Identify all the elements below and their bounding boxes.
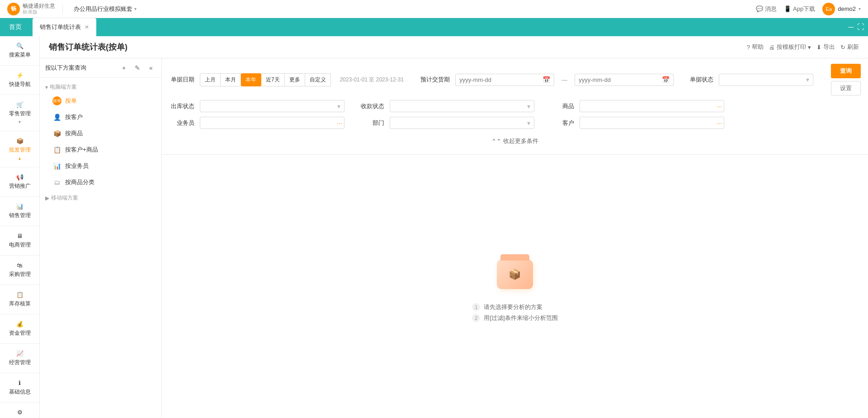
page-header: 销售订单统计表(按单) ? 帮助 🖨 按模板打印 ▾ ⬇ 导出 ↻ 刷新: [40, 36, 868, 58]
sidebar-item-inventory[interactable]: 📋 库存核算: [0, 285, 39, 314]
category-icon: 🗂: [52, 178, 61, 187]
chevron-down-icon[interactable]: ▾: [334, 103, 344, 110]
data-area: 📦 1 请先选择要分析的方案 2 用[过滤]条件来缩小分析范围: [162, 155, 868, 418]
customer-more-btn[interactable]: ···: [715, 119, 724, 127]
date-btn-more[interactable]: 更多: [285, 73, 305, 86]
scheme-icon: 按单: [52, 96, 61, 105]
inventory-icon: 📋: [16, 291, 24, 298]
calendar-icon[interactable]: 📅: [539, 76, 554, 83]
logo-icon: 畅: [7, 3, 20, 15]
staff-input[interactable]: [200, 117, 335, 128]
sidebar: 🔍 搜索菜单 ⚡ 快捷导航 🛒 零售管理 ▾ 📦 批发管理 ▴ 📢 营销推广 📊…: [0, 36, 40, 418]
tab-sales-order-stats[interactable]: 销售订单统计表 ✕: [33, 18, 96, 36]
sidebar-item-wholesale[interactable]: 📦 批发管理 ▴: [0, 131, 39, 167]
settings-button[interactable]: 设置: [831, 81, 861, 95]
sidebar-item-sales[interactable]: 📊 销售管理: [0, 197, 39, 226]
export-icon: ⬇: [816, 44, 821, 51]
app-download-button[interactable]: 📱 App下载: [784, 5, 815, 13]
sidebar-item-marketing[interactable]: 📢 营销推广: [0, 167, 39, 197]
collapse-icon: «: [149, 64, 153, 71]
sidebar-item-base-info[interactable]: ℹ 基础信息: [0, 373, 39, 403]
chevron-down-icon[interactable]: ▾: [802, 76, 813, 83]
top-bar-right: 💬 消息 📱 App下载 Ea demo2 ▾: [756, 3, 861, 15]
date-btn-last-7days[interactable]: 近7天: [261, 73, 285, 86]
department-label: 部门: [359, 119, 384, 127]
customer-input[interactable]: [580, 117, 715, 128]
plus-icon: +: [122, 64, 126, 71]
sidebar-item-operations[interactable]: 📈 经营管理: [0, 344, 39, 373]
scheme-by-staff[interactable]: 📊 按业务员: [47, 158, 161, 174]
date-btn-this-year[interactable]: 本年: [241, 73, 261, 86]
payment-status-label: 收款状态: [359, 102, 384, 110]
date-btn-custom[interactable]: 自定义: [305, 73, 331, 86]
goods-input[interactable]: [580, 100, 715, 112]
scheme-by-order[interactable]: 按单 按单: [47, 93, 161, 109]
expected-date-label: 预计交货期: [418, 76, 450, 84]
status-select-wrap: ▾: [719, 74, 813, 86]
scheme-by-category[interactable]: 🗂 按商品分类: [47, 174, 161, 190]
scheme-by-goods[interactable]: 📦 按商品: [47, 125, 161, 142]
add-scheme-button[interactable]: +: [119, 63, 129, 73]
help-button[interactable]: ? 帮助: [747, 43, 764, 51]
sidebar-item-search[interactable]: 🔍 搜索菜单: [0, 36, 39, 66]
ecommerce-icon: 🖥: [17, 233, 23, 239]
filter-row-2: 出库状态 ▾ 收款状态 ▾ 商品 ···: [169, 100, 861, 112]
system-icon: ⚙: [17, 409, 23, 416]
logo-text: 畅捷通好生意 标准版: [23, 3, 55, 15]
collapse-filter-button[interactable]: ⌃⌃ 收起更多条件: [488, 133, 542, 149]
date-btn-this-month[interactable]: 本月: [221, 73, 241, 86]
sidebar-item-retail[interactable]: 🛒 零售管理 ▾: [0, 95, 39, 131]
department-input[interactable]: [390, 117, 524, 128]
company-selector[interactable]: 办公用品行业模拟账套 ▾: [70, 3, 140, 15]
tree-children-pc: 按单 按单 👤 按客户 📦 按商品 📋 按: [40, 93, 161, 190]
window-minimize-button[interactable]: ─: [849, 23, 854, 31]
left-panel-header: 按以下方案查询 + ✎ «: [40, 58, 161, 78]
tab-close-icon[interactable]: ✕: [85, 24, 89, 30]
query-btn-group: 查询 设置: [831, 64, 861, 95]
delivery-status-wrap: ▾: [200, 100, 344, 112]
scheme-by-customer-goods[interactable]: 📋 按客户+商品: [47, 142, 161, 158]
sidebar-item-purchase[interactable]: 🛍 采购管理: [0, 256, 39, 285]
refresh-button[interactable]: ↻ 刷新: [840, 43, 859, 51]
collapse-row: ⌃⌃ 收起更多条件: [169, 133, 861, 149]
edit-icon: ✎: [135, 64, 140, 71]
quick-nav-icon: ⚡: [16, 72, 24, 79]
sidebar-item-ecommerce[interactable]: 🖥 电商管理: [0, 226, 39, 256]
chevron-down-icon[interactable]: ▾: [524, 103, 534, 110]
empty-state: 📦 1 请先选择要分析的方案 2 用[过滤]条件来缩小分析范围: [472, 251, 557, 322]
status-select[interactable]: [719, 74, 802, 86]
tab-home[interactable]: 首页: [0, 18, 31, 36]
window-maximize-button[interactable]: ⛶: [857, 23, 864, 31]
export-button[interactable]: ⬇ 导出: [816, 43, 835, 51]
goods-icon: 📦: [52, 129, 61, 138]
delivery-status-label: 出库状态: [169, 102, 194, 110]
expected-date-start-wrap: 📅: [455, 74, 554, 86]
message-icon: 💬: [756, 5, 763, 12]
payment-status-select[interactable]: [390, 100, 524, 112]
delivery-status-select[interactable]: [200, 100, 334, 112]
content-area: 按以下方案查询 + ✎ « ▾ 电脑端方案: [40, 58, 868, 418]
avatar: Ea: [822, 3, 835, 15]
sidebar-item-system[interactable]: ⚙ 系统管理: [0, 403, 39, 418]
edit-scheme-button[interactable]: ✎: [132, 63, 142, 73]
staff-more-btn[interactable]: ···: [335, 119, 344, 127]
scheme-by-customer[interactable]: 👤 按客户: [47, 109, 161, 125]
finance-icon: 💰: [16, 321, 24, 328]
page-area: 销售订单统计表(按单) ? 帮助 🖨 按模板打印 ▾ ⬇ 导出 ↻ 刷新: [40, 36, 868, 418]
sidebar-item-quick-nav[interactable]: ⚡ 快捷导航: [0, 66, 39, 95]
goods-more-btn[interactable]: ···: [715, 103, 724, 110]
tree-group-mobile[interactable]: ▶ 移动端方案: [40, 190, 161, 204]
expected-date-start-input[interactable]: [456, 74, 539, 86]
user-menu[interactable]: Ea demo2 ▾: [822, 3, 861, 15]
collapse-panel-button[interactable]: «: [146, 63, 156, 73]
query-button[interactable]: 查询: [831, 64, 861, 78]
tree-group-pc[interactable]: ▾ 电脑端方案: [40, 80, 161, 93]
page-header-actions: ? 帮助 🖨 按模板打印 ▾ ⬇ 导出 ↻ 刷新: [747, 43, 859, 51]
template-print-button[interactable]: 🖨 按模板打印 ▾: [769, 43, 811, 51]
date-btn-last-month[interactable]: 上月: [200, 73, 221, 86]
message-button[interactable]: 💬 消息: [756, 5, 777, 13]
sidebar-item-finance[interactable]: 💰 资金管理: [0, 314, 39, 344]
calendar-icon-end[interactable]: 📅: [658, 76, 673, 83]
chevron-down-icon[interactable]: ▾: [524, 119, 534, 127]
expected-date-end-input[interactable]: [575, 74, 658, 86]
